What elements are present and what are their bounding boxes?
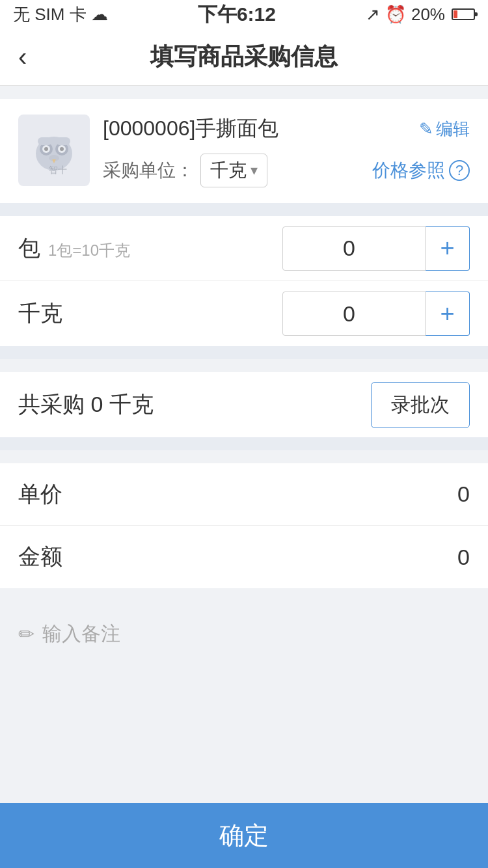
price-ref-label: 价格参照 xyxy=(372,158,445,183)
unit-select[interactable]: 千克 ▾ xyxy=(200,154,267,187)
total-label: 共采购 0 千克 xyxy=(18,390,154,420)
total-section: 共采购 0 千克 录批次 xyxy=(0,372,488,437)
amount-row: 金额 0 xyxy=(0,526,488,588)
notes-placeholder: 输入备注 xyxy=(42,621,120,647)
back-button[interactable]: ‹ xyxy=(18,42,27,72)
status-bar: 无 SIM 卡 ☁ 下午6:12 ↗ ⏰ 20% xyxy=(0,0,488,29)
bao-plus-button[interactable]: + xyxy=(426,226,470,271)
no-sim-text: 无 SIM 卡 ☁ xyxy=(13,3,108,26)
svg-rect-10 xyxy=(56,137,70,145)
battery-icon xyxy=(452,8,475,20)
owl-logo: 智十 xyxy=(28,124,80,176)
page-title: 填写商品采购信息 xyxy=(150,41,338,73)
product-info: [0000006]手撕面包 ✎ 编辑 采购单位： 千克 ▾ 价格参照 ? xyxy=(103,115,470,187)
unit-value: 千克 xyxy=(210,158,247,183)
edit-icon: ✎ xyxy=(419,119,433,139)
product-card: 智十 [0000006]手撕面包 ✎ 编辑 采购单位： 千克 ▾ 价格参照 ? xyxy=(0,99,488,203)
help-icon: ? xyxy=(449,160,470,181)
unit-price-label: 单价 xyxy=(18,480,62,509)
status-time: 下午6:12 xyxy=(198,1,276,28)
record-batch-button[interactable]: 录批次 xyxy=(371,382,470,428)
confirm-button[interactable]: 确定 xyxy=(0,803,488,868)
status-right: ↗ ⏰ 20% xyxy=(366,5,475,25)
alarm-icon: ⏰ xyxy=(385,5,406,25)
product-name: [0000006]手撕面包 xyxy=(103,115,278,143)
divider-2 xyxy=(0,346,488,359)
kg-input-row: 千克 + xyxy=(0,281,488,346)
battery-text: 20% xyxy=(411,5,445,25)
unit-dropdown-arrow: ▾ xyxy=(251,162,258,179)
nav-bar: ‹ 填写商品采购信息 xyxy=(0,29,488,86)
bao-label: 包 1包=10千克 xyxy=(18,234,130,264)
amount-label: 金额 xyxy=(18,542,62,572)
amount-value: 0 xyxy=(457,545,470,570)
product-image: 智十 xyxy=(18,115,90,186)
purchase-unit-label: 采购单位： xyxy=(103,158,194,183)
price-section: 单价 0 金额 0 xyxy=(0,463,488,588)
bao-input-row: 包 1包=10千克 + xyxy=(0,216,488,281)
divider-3 xyxy=(0,437,488,450)
total-row: 共采购 0 千克 录批次 xyxy=(0,372,488,437)
svg-point-6 xyxy=(60,147,64,151)
notes-section[interactable]: ✏ 输入备注 xyxy=(0,601,488,666)
unit-price-value: 0 xyxy=(457,481,470,507)
status-left: 无 SIM 卡 ☁ xyxy=(13,3,108,26)
divider-1 xyxy=(0,203,488,216)
price-ref-link[interactable]: 价格参照 ? xyxy=(372,158,470,183)
svg-point-5 xyxy=(44,147,48,151)
bao-sublabel: 1包=10千克 xyxy=(48,240,130,261)
unit-price-row: 单价 0 xyxy=(0,463,488,526)
kg-label: 千克 xyxy=(18,299,62,329)
svg-rect-9 xyxy=(38,137,52,145)
location-icon: ↗ xyxy=(366,5,380,25)
quantity-input-section: 包 1包=10千克 + 千克 + xyxy=(0,216,488,346)
kg-input-control: + xyxy=(282,292,470,336)
svg-text:智十: 智十 xyxy=(49,165,67,175)
bao-qty-input[interactable] xyxy=(282,226,426,271)
edit-link[interactable]: ✎ 编辑 xyxy=(419,118,470,141)
pencil-icon: ✏ xyxy=(18,623,34,645)
kg-plus-button[interactable]: + xyxy=(426,292,470,336)
bao-input-control: + xyxy=(282,226,470,271)
kg-qty-input[interactable] xyxy=(282,292,426,336)
